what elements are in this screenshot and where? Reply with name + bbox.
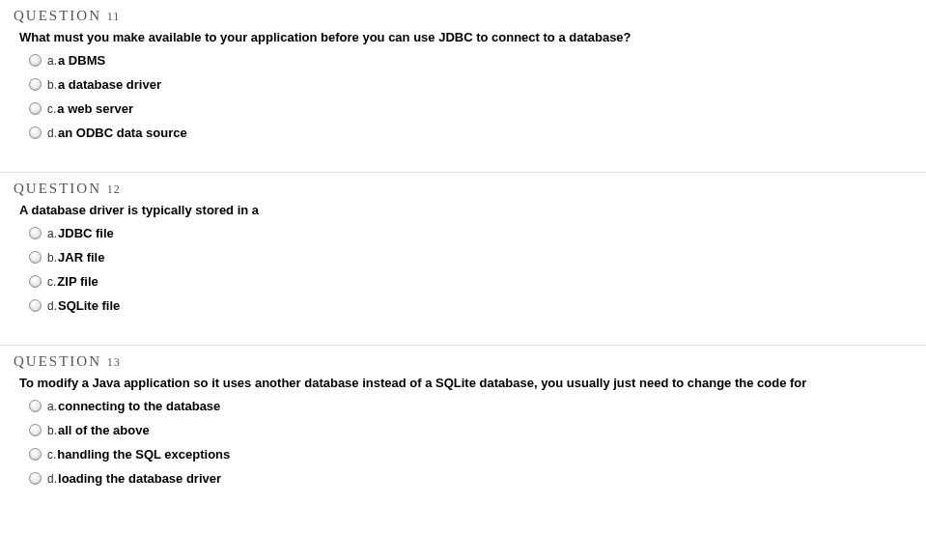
option-row[interactable]: b. a database driver xyxy=(29,72,912,97)
options-list: a. JDBC file b. JAR file c. ZIP file d. … xyxy=(29,221,912,318)
radio-icon[interactable] xyxy=(29,126,42,139)
question-text: What must you make available to your app… xyxy=(19,30,912,44)
option-row[interactable]: a. JDBC file xyxy=(29,221,912,245)
option-text: a database driver xyxy=(58,77,161,92)
option-letter: c. xyxy=(47,102,56,116)
option-text: all of the above xyxy=(58,423,150,437)
options-list: a. connecting to the database b. all of … xyxy=(29,394,912,490)
radio-icon[interactable] xyxy=(29,275,42,288)
option-letter: d. xyxy=(47,299,57,313)
radio-icon[interactable] xyxy=(29,424,42,436)
question-text: To modify a Java application so it uses … xyxy=(19,376,912,390)
option-text: JDBC file xyxy=(58,226,114,240)
radio-icon[interactable] xyxy=(29,448,42,461)
radio-icon[interactable] xyxy=(29,251,42,264)
radio-icon[interactable] xyxy=(29,299,42,312)
option-text: a DBMS xyxy=(58,53,105,68)
question-header: QUESTION 11 xyxy=(14,8,912,24)
question-label: QUESTION xyxy=(14,8,101,23)
option-letter: c. xyxy=(47,275,56,289)
option-text: connecting to the database xyxy=(58,399,220,413)
option-row[interactable]: c. handling the SQL exceptions xyxy=(29,442,912,466)
option-letter: a. xyxy=(47,227,57,240)
option-text: ZIP file xyxy=(57,274,98,289)
option-text: a web server xyxy=(57,101,133,116)
option-row[interactable]: d. SQLite file xyxy=(29,294,912,318)
option-row[interactable]: c. ZIP file xyxy=(29,269,912,294)
option-text: handling the SQL exceptions xyxy=(57,447,230,462)
option-letter: d. xyxy=(47,472,57,486)
radio-icon[interactable] xyxy=(29,78,42,91)
option-text: loading the database driver xyxy=(58,471,221,486)
option-letter: b. xyxy=(47,424,57,437)
option-row[interactable]: a. connecting to the database xyxy=(29,394,912,418)
question-number: 13 xyxy=(107,355,121,369)
option-row[interactable]: d. an ODBC data source xyxy=(29,121,912,145)
option-letter: a. xyxy=(47,54,57,68)
option-letter: b. xyxy=(47,251,57,265)
option-letter: c. xyxy=(47,448,56,462)
question-text: A database driver is typically stored in… xyxy=(19,203,912,217)
option-row[interactable]: b. all of the above xyxy=(29,418,912,442)
question-block-13: QUESTION 13 To modify a Java application… xyxy=(0,346,926,518)
question-label: QUESTION xyxy=(14,353,101,369)
question-number: 12 xyxy=(107,182,121,196)
option-letter: b. xyxy=(47,78,57,92)
option-text: JAR file xyxy=(58,250,104,265)
option-text: SQLite file xyxy=(58,298,120,313)
option-row[interactable]: a. a DBMS xyxy=(29,48,912,72)
question-number: 11 xyxy=(107,10,121,23)
question-label: QUESTION xyxy=(14,181,101,196)
option-text: an ODBC data source xyxy=(58,126,187,140)
radio-icon[interactable] xyxy=(29,472,42,485)
radio-icon[interactable] xyxy=(29,227,42,239)
option-row[interactable]: b. JAR file xyxy=(29,245,912,269)
radio-icon[interactable] xyxy=(29,54,42,67)
question-block-12: QUESTION 12 A database driver is typical… xyxy=(0,173,926,345)
option-row[interactable]: d. loading the database driver xyxy=(29,466,912,490)
radio-icon[interactable] xyxy=(29,102,42,115)
question-block-11: QUESTION 11 What must you make available… xyxy=(0,0,926,172)
question-header: QUESTION 12 xyxy=(14,181,912,197)
option-letter: d. xyxy=(47,126,57,140)
options-list: a. a DBMS b. a database driver c. a web … xyxy=(29,48,912,145)
option-letter: a. xyxy=(47,400,57,413)
radio-icon[interactable] xyxy=(29,400,42,412)
option-row[interactable]: c. a web server xyxy=(29,97,912,121)
question-header: QUESTION 13 xyxy=(14,353,912,370)
